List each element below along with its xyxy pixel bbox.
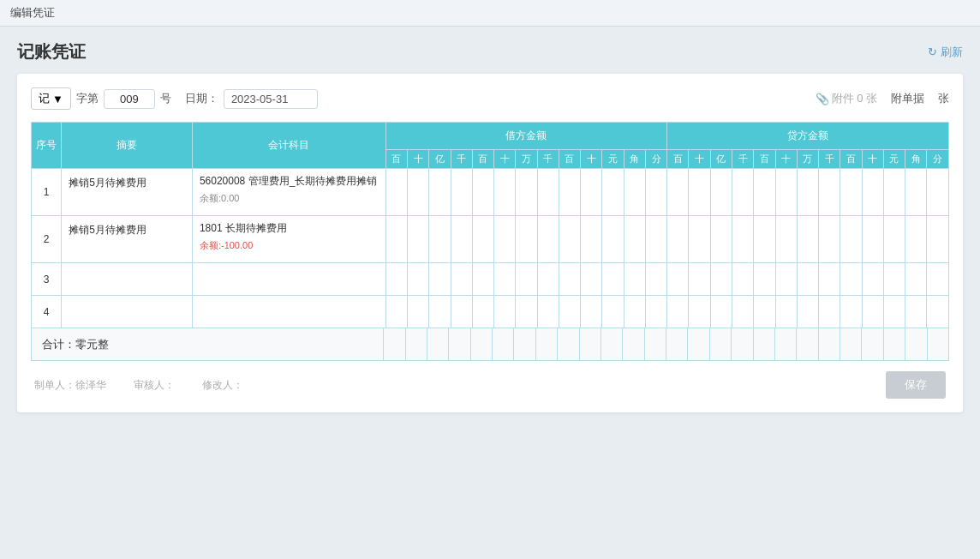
digit-cell-1-7[interactable] bbox=[537, 216, 559, 263]
digit-cell-0-5[interactable] bbox=[494, 169, 516, 216]
digit-cell-0-0[interactable] bbox=[385, 169, 407, 216]
seq-cell-0[interactable]: 1 bbox=[32, 169, 62, 216]
digit-cell-1-11[interactable] bbox=[624, 216, 645, 263]
digit-cell-0-12[interactable] bbox=[645, 169, 666, 216]
digit-cell-3-14[interactable] bbox=[689, 296, 710, 328]
digit-cell-0-23[interactable] bbox=[883, 169, 905, 216]
summary-cell-2[interactable] bbox=[62, 263, 193, 296]
voucher-type-button[interactable]: 记 ▼ bbox=[31, 87, 71, 110]
digit-cell-3-20[interactable] bbox=[819, 296, 840, 328]
digit-cell-3-3[interactable] bbox=[451, 296, 472, 328]
digit-cell-1-16[interactable] bbox=[732, 216, 753, 263]
digit-cell-0-24[interactable] bbox=[905, 169, 927, 216]
digit-cell-1-10[interactable] bbox=[602, 216, 624, 263]
digit-cell-3-23[interactable] bbox=[883, 296, 905, 328]
account-cell-0[interactable]: 56020008 管理费用_长期待摊费用摊销余额:0.00 bbox=[192, 169, 385, 216]
digit-cell-2-18[interactable] bbox=[775, 263, 797, 296]
digit-cell-0-19[interactable] bbox=[797, 169, 818, 216]
seq-cell-2[interactable]: 3 bbox=[32, 263, 62, 296]
account-cell-2[interactable] bbox=[192, 263, 385, 296]
digit-cell-2-3[interactable] bbox=[451, 263, 472, 296]
digit-cell-2-14[interactable] bbox=[689, 263, 710, 296]
digit-cell-2-12[interactable] bbox=[645, 263, 666, 296]
digit-cell-2-20[interactable] bbox=[819, 263, 840, 296]
digit-cell-0-10[interactable] bbox=[602, 169, 624, 216]
digit-cell-1-8[interactable] bbox=[559, 216, 580, 263]
refresh-button[interactable]: ↻ 刷新 bbox=[928, 45, 963, 60]
summary-cell-3[interactable] bbox=[62, 296, 193, 328]
digit-cell-0-21[interactable] bbox=[840, 169, 862, 216]
digit-cell-2-10[interactable] bbox=[602, 263, 624, 296]
digit-cell-1-1[interactable] bbox=[407, 216, 428, 263]
digit-cell-0-16[interactable] bbox=[732, 169, 753, 216]
account-cell-1[interactable]: 1801 长期待摊费用余额:-100.00 bbox=[192, 216, 385, 263]
digit-cell-2-7[interactable] bbox=[537, 263, 559, 296]
digit-cell-3-12[interactable] bbox=[645, 296, 666, 328]
seq-cell-3[interactable]: 4 bbox=[32, 296, 62, 328]
digit-cell-1-17[interactable] bbox=[754, 216, 775, 263]
digit-cell-3-25[interactable] bbox=[927, 296, 949, 328]
digit-cell-3-10[interactable] bbox=[602, 296, 624, 328]
digit-cell-0-18[interactable] bbox=[775, 169, 797, 216]
summary-cell-0[interactable]: 摊销5月待摊费用 bbox=[62, 169, 193, 216]
digit-cell-1-6[interactable] bbox=[516, 216, 537, 263]
digit-cell-0-9[interactable] bbox=[581, 169, 602, 216]
digit-cell-2-13[interactable] bbox=[667, 263, 689, 296]
digit-cell-0-6[interactable] bbox=[516, 169, 537, 216]
digit-cell-1-14[interactable] bbox=[689, 216, 710, 263]
digit-cell-1-23[interactable] bbox=[883, 216, 905, 263]
digit-cell-3-2[interactable] bbox=[429, 296, 451, 328]
digit-cell-1-13[interactable] bbox=[667, 216, 689, 263]
digit-cell-3-9[interactable] bbox=[581, 296, 602, 328]
digit-cell-1-21[interactable] bbox=[840, 216, 862, 263]
digit-cell-0-3[interactable] bbox=[451, 169, 472, 216]
digit-cell-0-14[interactable] bbox=[689, 169, 710, 216]
digit-cell-1-19[interactable] bbox=[797, 216, 818, 263]
seq-cell-1[interactable]: 2 bbox=[32, 216, 62, 263]
digit-cell-2-24[interactable] bbox=[905, 263, 927, 296]
digit-cell-3-24[interactable] bbox=[905, 296, 927, 328]
digit-cell-1-4[interactable] bbox=[472, 216, 493, 263]
digit-cell-3-1[interactable] bbox=[407, 296, 428, 328]
digit-cell-2-2[interactable] bbox=[429, 263, 451, 296]
digit-cell-1-12[interactable] bbox=[645, 216, 666, 263]
digit-cell-0-15[interactable] bbox=[710, 169, 732, 216]
digit-cell-0-8[interactable] bbox=[559, 169, 580, 216]
digit-cell-2-19[interactable] bbox=[797, 263, 818, 296]
digit-cell-2-17[interactable] bbox=[754, 263, 775, 296]
digit-cell-1-3[interactable] bbox=[451, 216, 472, 263]
digit-cell-1-0[interactable] bbox=[385, 216, 407, 263]
digit-cell-3-16[interactable] bbox=[732, 296, 753, 328]
digit-cell-2-11[interactable] bbox=[624, 263, 645, 296]
account-cell-3[interactable] bbox=[192, 296, 385, 328]
attachment-link[interactable]: 📎 附件 0 张 bbox=[816, 91, 877, 106]
digit-cell-0-4[interactable] bbox=[472, 169, 493, 216]
attach-single-button[interactable]: 附单据 bbox=[891, 91, 924, 106]
digit-cell-3-15[interactable] bbox=[710, 296, 732, 328]
digit-cell-0-13[interactable] bbox=[667, 169, 689, 216]
digit-cell-0-7[interactable] bbox=[537, 169, 559, 216]
digit-cell-2-4[interactable] bbox=[472, 263, 493, 296]
digit-cell-1-18[interactable] bbox=[775, 216, 797, 263]
digit-cell-3-7[interactable] bbox=[537, 296, 559, 328]
digit-cell-0-1[interactable] bbox=[407, 169, 428, 216]
digit-cell-0-11[interactable] bbox=[624, 169, 645, 216]
digit-cell-2-5[interactable] bbox=[494, 263, 516, 296]
digit-cell-0-17[interactable] bbox=[754, 169, 775, 216]
digit-cell-3-13[interactable] bbox=[667, 296, 689, 328]
save-button[interactable]: 保存 bbox=[886, 371, 946, 399]
digit-cell-3-18[interactable] bbox=[775, 296, 797, 328]
digit-cell-2-25[interactable] bbox=[927, 263, 949, 296]
digit-cell-2-21[interactable] bbox=[840, 263, 862, 296]
digit-cell-1-24[interactable] bbox=[905, 216, 927, 263]
digit-cell-3-0[interactable] bbox=[385, 296, 407, 328]
digit-cell-3-19[interactable] bbox=[797, 296, 818, 328]
digit-cell-0-25[interactable] bbox=[927, 169, 949, 216]
digit-cell-0-2[interactable] bbox=[429, 169, 451, 216]
digit-cell-3-4[interactable] bbox=[472, 296, 493, 328]
digit-cell-1-5[interactable] bbox=[494, 216, 516, 263]
digit-cell-2-23[interactable] bbox=[883, 263, 905, 296]
digit-cell-3-21[interactable] bbox=[840, 296, 862, 328]
digit-cell-3-17[interactable] bbox=[754, 296, 775, 328]
digit-cell-1-25[interactable] bbox=[927, 216, 949, 263]
